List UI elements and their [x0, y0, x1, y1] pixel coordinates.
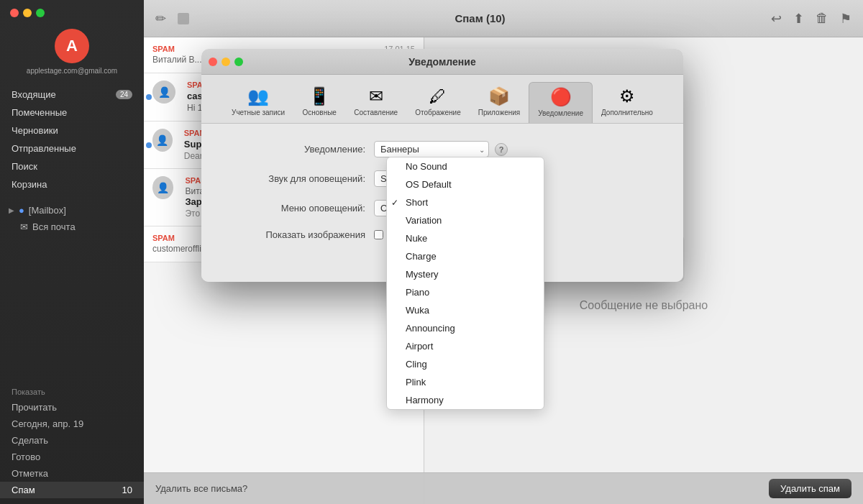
- notification-dropdown[interactable]: Баннеры: [374, 141, 489, 157]
- pref-traffic-lights: [209, 58, 243, 66]
- tab-apps[interactable]: 📦 Приложения: [470, 82, 529, 123]
- sidebar-item-mark[interactable]: Отметка: [0, 465, 144, 482]
- images-label: Показать изображения: [230, 229, 374, 240]
- maximize-btn[interactable]: [36, 9, 45, 17]
- tab-accounts[interactable]: 👥 Учетные записи: [223, 82, 293, 123]
- sidebar-item-flagged[interactable]: Помеченные: [0, 104, 144, 122]
- compose-tab-icon: ✉: [369, 86, 383, 106]
- trash-icon[interactable]: 🗑: [816, 11, 828, 26]
- sidebar-mailbox-all[interactable]: ✉ Вся почта: [0, 219, 144, 235]
- compose-icon[interactable]: ✏: [155, 11, 166, 27]
- sidebar: A applestage.com@gmail.com Входящие 24 П…: [0, 0, 144, 504]
- spam-label: SPAM: [152, 234, 175, 242]
- sidebar-item-todo[interactable]: Сделать: [0, 432, 144, 449]
- reply-icon[interactable]: ↩: [771, 11, 782, 27]
- tab-notifications[interactable]: 🔴 Уведомление: [529, 82, 593, 123]
- notification-icon: 🔴: [550, 87, 572, 107]
- minimize-btn[interactable]: [23, 9, 32, 17]
- tab-compose[interactable]: ✉ Составление: [345, 82, 406, 123]
- all-mail-icon: ✉: [20, 221, 28, 232]
- notification-control: Баннеры ⌄ ?: [374, 141, 654, 157]
- avatar: A: [55, 29, 89, 63]
- basic-icon: 📱: [309, 86, 330, 106]
- pref-titlebar: Уведомление: [201, 49, 683, 75]
- display-icon: 🖊: [429, 86, 447, 106]
- spam-label: SPAM: [152, 45, 175, 53]
- sidebar-item-spam[interactable]: Спам 10: [0, 482, 144, 498]
- pref-row-notification: Уведомление: Баннеры ⌄ ?: [230, 141, 654, 157]
- bottom-bar-text: Удалить все письма?: [155, 483, 247, 494]
- pref-minimize-btn[interactable]: [222, 58, 230, 66]
- sound-option-wuka[interactable]: Wuka: [387, 301, 544, 319]
- sidebar-item-today[interactable]: Сегодня, апр. 19: [0, 416, 144, 432]
- sidebar-bottom: Показать Прочитать Сегодня, апр. 19 Сдел…: [0, 379, 144, 504]
- sound-menu: No Sound OS Default Short Variation Nuke…: [386, 157, 544, 410]
- sidebar-item-done[interactable]: Готово: [0, 449, 144, 465]
- unread-dot: [146, 142, 152, 148]
- pref-maximize-btn[interactable]: [234, 58, 243, 66]
- sidebar-item-drafts[interactable]: Черновики: [0, 122, 144, 139]
- close-btn[interactable]: [10, 9, 19, 17]
- sound-option-nuke[interactable]: Nuke: [387, 229, 544, 247]
- pref-title: Уведомление: [408, 56, 475, 68]
- sidebar-section-label: Показать: [0, 385, 144, 399]
- sound-option-piano[interactable]: Piano: [387, 283, 544, 301]
- chevron-icon: ▶: [9, 206, 14, 214]
- sidebar-item-inbox[interactable]: Входящие 24: [0, 86, 144, 104]
- pref-tabs: 👥 Учетные записи 📱 Основные ✉ Составлени…: [201, 75, 683, 124]
- unread-dot: [146, 94, 152, 100]
- mail-avatar: 👤: [152, 129, 173, 152]
- mail-title: Спам (10): [455, 12, 505, 24]
- apps-icon: 📦: [488, 86, 510, 106]
- sidebar-mailboxes: ▶ ● [Mailbox] ✉ Вся почта: [0, 202, 144, 235]
- delete-spam-button[interactable]: Удалить спам: [769, 479, 851, 498]
- sound-option-short[interactable]: Short: [387, 193, 544, 211]
- sidebar-email: applestage.com@gmail.com: [0, 66, 144, 83]
- images-checkbox[interactable]: [374, 230, 383, 239]
- toolbar-right-icons: ↩ ⬆ 🗑 ⚑: [771, 11, 851, 27]
- sound-option-osdefault[interactable]: OS Default: [387, 175, 544, 193]
- sound-option-plink[interactable]: Plink: [387, 373, 544, 391]
- sidebar-mailbox-main[interactable]: ▶ ● [Mailbox]: [0, 202, 144, 219]
- menu-label: Меню оповещений:: [230, 203, 374, 214]
- pref-close-btn[interactable]: [209, 58, 217, 66]
- sidebar-item-read[interactable]: Прочитать: [0, 399, 144, 416]
- sidebar-traffic-lights: [0, 0, 144, 23]
- sidebar-item-search[interactable]: Поиск: [0, 157, 144, 175]
- sound-option-mystery[interactable]: Mystery: [387, 265, 544, 283]
- sound-option-nosound[interactable]: No Sound: [387, 157, 544, 175]
- sidebar-item-sent[interactable]: Отправленные: [0, 139, 144, 157]
- advanced-icon: ⚙: [619, 86, 635, 106]
- sound-option-cling[interactable]: Cling: [387, 355, 544, 373]
- flag-icon[interactable]: ⚑: [840, 11, 851, 27]
- sound-option-variation[interactable]: Variation: [387, 211, 544, 229]
- sound-option-charge[interactable]: Charge: [387, 247, 544, 265]
- upload-icon[interactable]: ⬆: [793, 11, 804, 27]
- sound-option-harmony[interactable]: Harmony: [387, 391, 544, 409]
- tab-basic[interactable]: 📱 Основные: [293, 82, 345, 123]
- tab-display[interactable]: 🖊 Отображение: [406, 82, 470, 123]
- no-message-text: Сообщение не выбрано: [580, 299, 708, 312]
- accounts-icon: 👥: [247, 86, 269, 106]
- help-button[interactable]: ?: [495, 143, 508, 156]
- sidebar-nav: Входящие 24 Помеченные Черновики Отправл…: [0, 83, 144, 196]
- sound-option-announcing[interactable]: Announcing: [387, 319, 544, 337]
- bottom-bar: Удалить все письма? Удалить спам: [144, 472, 863, 504]
- sidebar-item-trash[interactable]: Корзина: [0, 175, 144, 193]
- notification-label: Уведомление:: [230, 144, 374, 155]
- mail-toolbar: ✏ Спам (10) ↩ ⬆ 🗑 ⚑: [144, 0, 863, 37]
- tab-advanced[interactable]: ⚙ Дополнительно: [593, 82, 662, 123]
- sound-option-airport[interactable]: Airport: [387, 337, 544, 355]
- mail-avatar: 👤: [152, 176, 173, 199]
- toolbar-left-icons: ✏: [155, 11, 189, 27]
- mail-avatar: 👤: [152, 81, 175, 104]
- notification-dropdown-wrapper: Баннеры ⌄: [374, 141, 489, 157]
- mailbox-icon: [178, 13, 189, 24]
- sound-label: Звук для оповещений:: [230, 173, 374, 184]
